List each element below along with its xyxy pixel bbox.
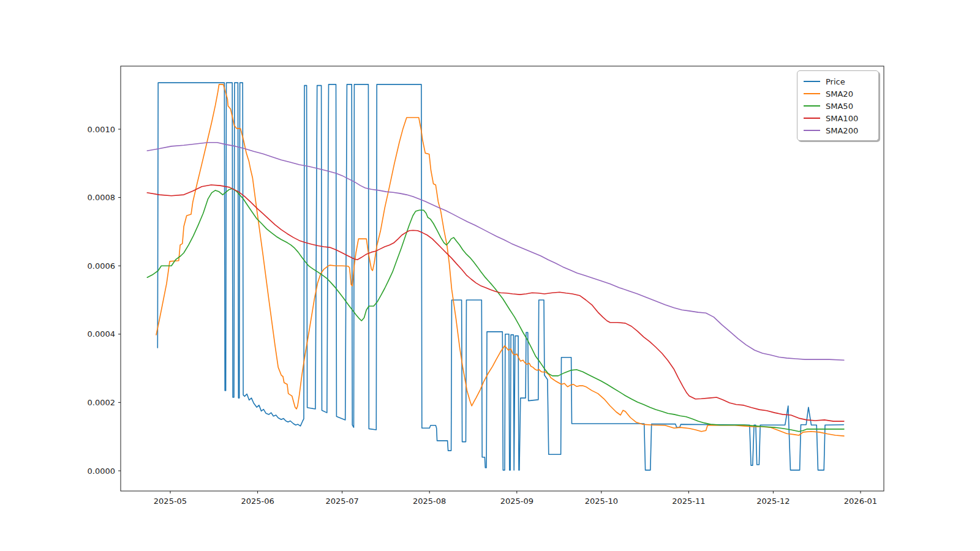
x-tick-label: 2025-08 [413, 497, 446, 506]
x-tick-label: 2026-01 [844, 497, 877, 506]
legend-item-label: Price [826, 77, 845, 86]
y-tick-label: 0.0002 [88, 398, 116, 407]
legend-item-label: SMA50 [826, 102, 853, 111]
legend: PriceSMA20SMA50SMA100SMA200 [797, 70, 879, 141]
legend-item-label: SMA100 [826, 114, 858, 123]
legend-line-swatch [804, 81, 820, 82]
x-tick-label: 2025-06 [241, 497, 274, 506]
series-line-sma50 [147, 189, 844, 432]
legend-item-sma20: SMA20 [804, 88, 872, 100]
y-tick-label: 0.0010 [88, 125, 116, 134]
y-tick-label: 0.0004 [88, 329, 116, 339]
series-line-sma100 [147, 185, 844, 421]
x-tick-label: 2025-10 [585, 497, 618, 506]
series-line-sma20 [156, 84, 844, 436]
y-tick-label: 0.0008 [88, 193, 116, 202]
legend-item-label: SMA200 [826, 126, 858, 135]
legend-line-swatch [804, 130, 820, 131]
legend-line-swatch [804, 105, 820, 107]
series-line-price [157, 83, 843, 470]
x-tick-label: 2025-05 [154, 497, 187, 506]
legend-line-swatch [804, 93, 820, 94]
y-tick-label: 0.0006 [88, 261, 116, 271]
chart-figure: 0.00000.00020.00040.00060.00080.00102025… [0, 0, 980, 551]
legend-item-label: SMA20 [826, 89, 853, 99]
legend-item-sma200: SMA200 [804, 124, 872, 137]
x-tick-label: 2025-09 [500, 497, 533, 506]
x-tick-label: 2025-11 [672, 497, 705, 506]
legend-item-sma100: SMA100 [804, 112, 872, 124]
x-tick-label: 2025-07 [325, 497, 358, 506]
x-tick-label: 2025-12 [756, 497, 790, 506]
y-tick-label: 0.0000 [88, 467, 116, 476]
legend-line-swatch [804, 118, 820, 119]
legend-item-sma50: SMA50 [804, 100, 872, 112]
legend-item-price: Price [804, 75, 872, 88]
